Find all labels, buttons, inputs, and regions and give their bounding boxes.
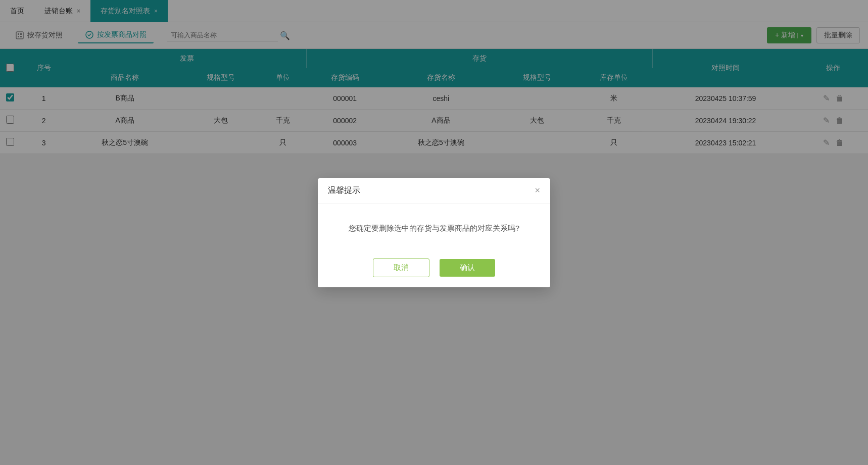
modal-overlay: 温馨提示 × 您确定要删除选中的存货与发票商品的对应关系吗? 取消 确认 xyxy=(0,0,868,154)
